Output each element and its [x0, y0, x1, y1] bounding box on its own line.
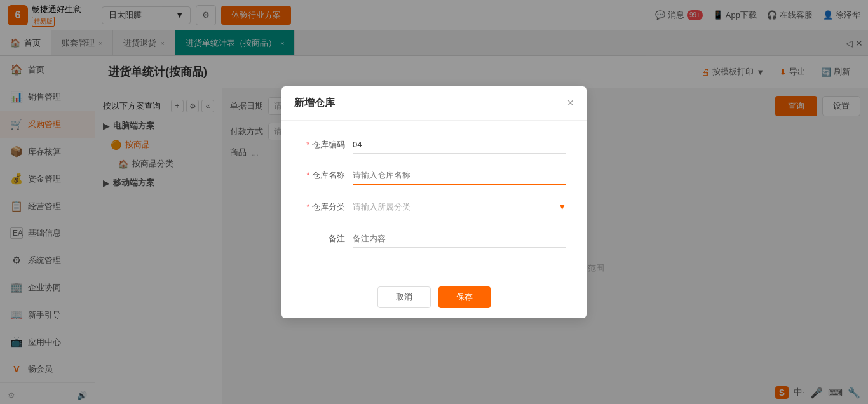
save-button[interactable]: 保存: [438, 286, 491, 308]
modal-overlay: 新增仓库 × 仓库编码 仓库名称 仓库分类 请输入所属分类 ▼: [0, 0, 868, 404]
code-label: 仓库编码: [302, 139, 353, 151]
category-select[interactable]: 请输入所属分类 ▼: [353, 198, 566, 217]
name-input[interactable]: [353, 166, 566, 185]
form-row-name: 仓库名称: [302, 166, 566, 185]
category-select-arrow: ▼: [558, 202, 566, 212]
modal-header: 新增仓库 ×: [281, 86, 587, 121]
name-label: 仓库名称: [302, 170, 353, 181]
form-row-note: 备注: [302, 230, 566, 248]
form-row-code: 仓库编码: [302, 136, 566, 154]
modal-body: 仓库编码 仓库名称 仓库分类 请输入所属分类 ▼ 备注: [281, 121, 587, 276]
modal-close-button[interactable]: ×: [567, 97, 574, 110]
note-input[interactable]: [353, 230, 566, 248]
form-row-category: 仓库分类 请输入所属分类 ▼: [302, 198, 566, 217]
cancel-button[interactable]: 取消: [377, 286, 431, 308]
new-warehouse-modal: 新增仓库 × 仓库编码 仓库名称 仓库分类 请输入所属分类 ▼: [281, 86, 587, 318]
category-label: 仓库分类: [302, 201, 353, 213]
code-input[interactable]: [353, 136, 566, 154]
modal-footer: 取消 保存: [281, 276, 587, 318]
note-label: 备注: [302, 233, 353, 245]
modal-title: 新增仓库: [294, 97, 335, 110]
